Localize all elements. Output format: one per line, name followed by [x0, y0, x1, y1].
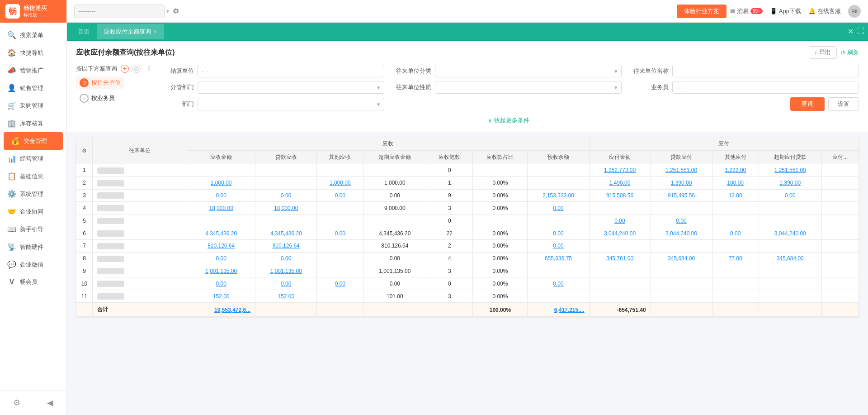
- sidebar-item-finance[interactable]: 💰 资金管理: [4, 132, 63, 150]
- topbar-search-area: ▪▪▪▪▪▪▪▪▪ ▾ ⚙: [74, 5, 673, 18]
- sidebar-item-enterprise[interactable]: 🤝 企业协同: [0, 203, 66, 220]
- filter-partner-nature: 往来单位性质 ▾: [395, 81, 622, 94]
- home-icon: 🏠: [7, 48, 16, 57]
- th-advance-balance: 预收余额: [528, 151, 589, 164]
- table-row: 5██████00.000.00: [76, 215, 859, 227]
- sidebar-item-guide[interactable]: 📖 新手引导: [0, 220, 66, 238]
- tab-close-window-icon[interactable]: ✕: [848, 27, 854, 36]
- filter-area: 按以下方案查询 + ⊙ 《 ⊙ 按往来单位 ○: [67, 59, 868, 132]
- filter-add-btn[interactable]: +: [121, 65, 129, 73]
- search-icon: 🔍: [7, 31, 16, 39]
- table-row: 7██████810,126.64810,126.64810,126.6420.…: [76, 239, 859, 252]
- refresh-icon: ↺: [840, 49, 845, 56]
- avatar-circle: Rit: [848, 5, 861, 18]
- tab-receivable[interactable]: 应收应付余额查询 ×: [97, 24, 164, 39]
- sidebar-collapse-icon[interactable]: ◀: [43, 396, 57, 410]
- main-content: 首页 应收应付余额查询 × ✕ ⛶ 应收应付余额查询(按往来单位) ↑ 导出 ↺…: [67, 23, 868, 415]
- message-button[interactable]: ✉ 消息 99+: [730, 7, 763, 15]
- sidebar-item-sales[interactable]: 👤 销售管理: [0, 79, 66, 97]
- filter-row-1: 结算单位 ··· 往来单位分类 ▾: [158, 65, 859, 77]
- sidebar-item-wechat[interactable]: 💬 企业微信: [0, 256, 66, 273]
- topbar-chevron-icon[interactable]: ▾: [166, 8, 169, 14]
- partner-name-input[interactable]: [672, 65, 859, 77]
- total-advance-balance[interactable]: 6,417,215....: [528, 303, 589, 317]
- logo-text: 畅捷通买 标准版: [24, 5, 47, 18]
- dept-input[interactable]: ▾: [198, 98, 384, 110]
- th-other-receivable: 其他应收: [317, 151, 363, 164]
- th-other-payable: 其他应付: [712, 151, 759, 164]
- query-button[interactable]: 查询: [790, 97, 825, 111]
- filter-dept-manage: 分管部门 ▾: [158, 81, 384, 94]
- guide-icon: 📖: [7, 225, 16, 234]
- app-download-button[interactable]: 📱 App下载: [770, 7, 801, 15]
- filter-action-buttons: 查询 设置: [632, 97, 859, 111]
- partner-nature-input[interactable]: ▾: [435, 81, 622, 94]
- table-row: 4██████18,000.0018,000.009,000.0030.00%0…: [76, 202, 859, 215]
- total-receivable-amount[interactable]: 19,553,472,6...: [187, 303, 255, 317]
- sidebar-item-basic[interactable]: 📋 基础信息: [0, 167, 66, 185]
- user-avatar[interactable]: Rit: [848, 5, 861, 18]
- page-header-actions: ↑ 导出 ↺ 刷新: [809, 46, 859, 59]
- th-overdue-payable: 超期应付贷款: [759, 151, 821, 164]
- filter-by-partner[interactable]: ⊙ 按往来单位: [76, 76, 124, 89]
- finance-icon: 💰: [11, 137, 20, 145]
- sidebar-item-system[interactable]: ⚙️ 系统管理: [0, 185, 66, 203]
- salesperson-input[interactable]: ···: [672, 81, 859, 94]
- export-icon: ↑: [815, 49, 818, 56]
- operation-icon: 📊: [7, 154, 16, 163]
- sidebar-item-purchase[interactable]: 🛒 采购管理: [0, 97, 66, 114]
- sidebar-item-marketing[interactable]: 📣 营销推广: [0, 62, 66, 79]
- th-gear[interactable]: ⚙: [76, 137, 93, 164]
- table-row: 9██████1,001,135.001,001,135.001,001,135…: [76, 265, 859, 277]
- filter-row-3: 部门 ▾ 查询 设置: [158, 97, 859, 111]
- th-receivable-ratio: 应收款占比: [473, 151, 528, 164]
- filter-settlement-unit: 结算单位 ···: [158, 65, 384, 77]
- dept-manage-input[interactable]: ▾: [198, 81, 384, 94]
- tab-bar: 首页 应收应付余额查询 × ✕ ⛶: [67, 23, 868, 41]
- filter-scheme: 按以下方案查询 + ⊙ 《 ⊙ 按往来单位 ○: [76, 65, 151, 108]
- filter-settings-btn[interactable]: ⊙: [132, 65, 141, 73]
- filter-options: ⊙ 按往来单位 ○ 按业务员: [76, 76, 151, 105]
- total-receivable-ratio: 100.00%: [473, 303, 528, 317]
- filter-collapse-btn[interactable]: ∧ 收起更多条件: [158, 114, 859, 126]
- sidebar-item-search[interactable]: 🔍 搜索菜单: [0, 26, 66, 44]
- th-receivable-count: 应收笔数: [426, 151, 473, 164]
- th-receivable-group: 应收: [187, 137, 589, 151]
- refresh-button[interactable]: ↺ 刷新: [840, 48, 859, 57]
- by-partner-icon: ⊙: [80, 78, 89, 87]
- table-row: 8██████0.000.000.0040.00%655,636.75345,7…: [76, 252, 859, 265]
- settlement-unit-input[interactable]: ···: [198, 65, 384, 77]
- partner-category-input[interactable]: ▾: [435, 65, 622, 77]
- filter-partner-name: 往来单位名称: [632, 65, 859, 77]
- tab-maximize-icon[interactable]: ⛶: [857, 27, 864, 36]
- sidebar-settings-icon[interactable]: ⚙: [9, 396, 24, 410]
- tab-close-icon[interactable]: ×: [154, 29, 157, 35]
- export-button[interactable]: ↑ 导出: [809, 46, 837, 59]
- th-loan-payable: 贷款应付: [651, 151, 712, 164]
- tab-home[interactable]: 首页: [71, 24, 97, 39]
- sidebar-item-quicknav[interactable]: 🏠 快捷导航: [0, 44, 66, 62]
- sidebar-item-iot[interactable]: 📡 智能硬件: [0, 238, 66, 256]
- table-area: ⚙ 往来单位 应收 应付 应收金额 贷款应收 其他应收 超期应收金额 应收笔数 …: [67, 137, 868, 415]
- topbar-gear-icon[interactable]: ⚙: [173, 7, 179, 15]
- sidebar-item-operation[interactable]: 📊 经营管理: [0, 150, 66, 167]
- filter-by-staff[interactable]: ○ 按业务员: [76, 92, 124, 105]
- topbar-search-box[interactable]: ▪▪▪▪▪▪▪▪▪: [74, 5, 165, 18]
- online-service-button[interactable]: 🔔 在线客服: [808, 7, 841, 15]
- setting-button[interactable]: 设置: [828, 97, 859, 111]
- filter-collapse-btn-left[interactable]: 《: [144, 65, 151, 73]
- table-row: 3██████0.000.000.000.0090.00%2,153,333.0…: [76, 189, 859, 202]
- table-row: 2██████1,000.001,000.001,000.0010.00%1,4…: [76, 176, 859, 189]
- page-title: 应收应付余额查询(按往来单位): [76, 48, 175, 57]
- by-staff-icon: ○: [80, 94, 89, 103]
- filter-fields-section: 结算单位 ··· 往来单位分类 ▾: [158, 65, 859, 126]
- filter-row-2: 分管部门 ▾ 往来单位性质 ▾: [158, 81, 859, 94]
- table-row: 10██████0.000.000.000.0000.00%0.00: [76, 277, 859, 290]
- marketing-icon: 📣: [7, 66, 16, 75]
- sidebar-item-inventory[interactable]: 🏢 库存核算: [0, 114, 66, 132]
- logo-icon: 畅: [5, 4, 20, 19]
- total-row: 合计 19,553,472,6... 100.00% 6,417,215....…: [76, 303, 859, 317]
- sidebar-item-member[interactable]: V 畅会员: [0, 273, 66, 291]
- promo-button[interactable]: 体验行业方案: [677, 5, 726, 18]
- th-payable-group: 应付: [589, 137, 859, 151]
